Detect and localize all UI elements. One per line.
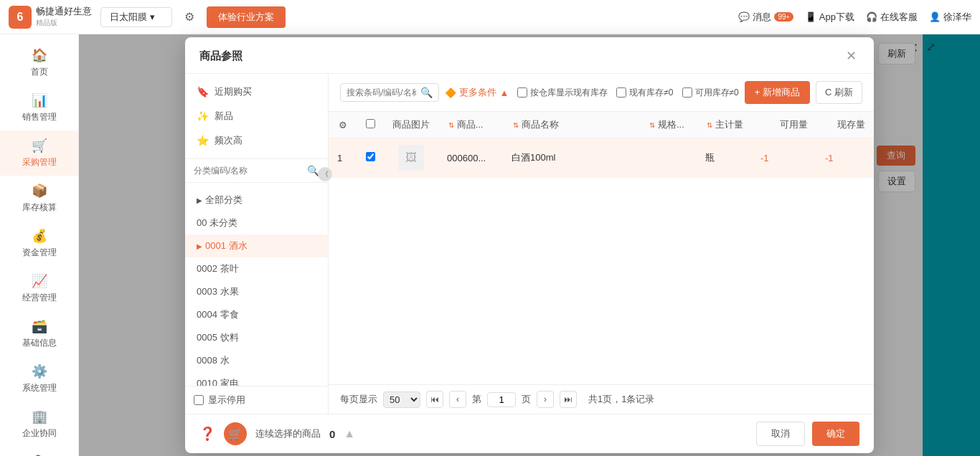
collapse-footer-icon[interactable]: ▲ [344, 427, 355, 440]
row-checkbox[interactable] [366, 152, 375, 161]
show-disabled-checkbox[interactable] [194, 395, 204, 405]
recent-purchase-item[interactable]: 🔖 近期购买 [185, 80, 328, 104]
category-0010[interactable]: 0010 家电 [185, 372, 328, 386]
settings-icon[interactable]: ⚙ [178, 6, 201, 29]
category-00[interactable]: 00 未分类 [185, 212, 328, 234]
sidebar-item-guide[interactable]: 📚 新手引导 [0, 447, 78, 456]
category-all[interactable]: ▶ 全部分类 [185, 189, 328, 212]
first-page-button[interactable]: ⏮ [426, 391, 443, 408]
cta-button[interactable]: 体验行业方案 [207, 6, 286, 28]
more-filter-button[interactable]: 🔶 更多条件 ▲ [445, 86, 509, 99]
col-settings[interactable]: ⚙ [329, 112, 357, 138]
category-0005-label: 0005 饮料 [197, 331, 239, 344]
product-table: ⚙ 商品图片 ⇅ 商品... [329, 112, 874, 178]
category-0002-label: 0002 茶叶 [197, 262, 239, 275]
warehouse-filter[interactable]: 按仓库显示现有库存 [517, 87, 608, 99]
sidebar-label-business: 经营管理 [22, 292, 57, 304]
refresh-button[interactable]: C 刷新 [816, 81, 862, 104]
new-product-label: 新品 [215, 110, 233, 123]
category-0004[interactable]: 0004 零食 [185, 303, 328, 326]
product-search-input[interactable] [347, 87, 416, 98]
corp-icon: 🏢 [32, 409, 47, 424]
sidebar-item-home[interactable]: 🏠 首页 [0, 40, 78, 85]
sidebar-item-business[interactable]: 📈 经营管理 [0, 266, 78, 311]
stock-checkbox[interactable] [616, 87, 626, 98]
select-all-checkbox[interactable] [366, 119, 375, 128]
sidebar-label-inventory: 库存核算 [22, 201, 57, 214]
modal-body: 🔖 近期购买 ✨ 新品 ⭐ 频次高 [185, 74, 874, 414]
sidebar-item-base[interactable]: 🗃️ 基础信息 [0, 311, 78, 356]
table-row[interactable]: 1 🖼 000600... 白酒100ml [329, 138, 874, 178]
product-search-icon[interactable]: 🔍 [420, 87, 433, 98]
confirm-button[interactable]: 确定 [812, 422, 859, 446]
filter-checkboxes: 按仓库显示现有库存 现有库存≠0 可用库存≠0 [517, 87, 739, 99]
category-0003[interactable]: 0003 水果 [185, 280, 328, 303]
nav-selector[interactable]: 日太阳膜 ▾ [100, 7, 172, 27]
sidebar-item-system[interactable]: ⚙️ 系统管理 [0, 356, 78, 402]
col-name-header[interactable]: ⇅ 商品名称 [503, 112, 639, 138]
add-product-button[interactable]: + 新增商品 [745, 81, 810, 104]
pagination-bar: 每页显示 50 100 200 ⏮ ‹ 第 页 › [329, 384, 874, 414]
category-0008[interactable]: 0008 水 [185, 349, 328, 372]
cart-icon[interactable]: 🛒 [224, 422, 247, 445]
username-label: 徐泽华 [943, 11, 971, 24]
stock-filter[interactable]: 现有库存≠0 [616, 87, 673, 99]
modal-header: 商品参照 ✕ [185, 37, 874, 74]
col-unit-header[interactable]: ⇅ 主计量 [697, 112, 752, 138]
next-page-button[interactable]: › [537, 391, 554, 408]
modal-close-button[interactable]: ✕ [842, 47, 859, 65]
message-icon: 💬 [738, 11, 750, 22]
product-table-container: ⚙ 商品图片 ⇅ 商品... [329, 112, 874, 384]
category-search: 🔍 [185, 159, 328, 183]
sort-icon: ⇅ [448, 121, 454, 129]
arrow-right-icon: ▶ [197, 196, 202, 204]
category-0001[interactable]: ▶ 0001 酒水 [185, 234, 328, 257]
page-number-input[interactable] [487, 392, 516, 407]
sidebar-label-corp: 企业协同 [22, 427, 57, 440]
category-0002[interactable]: 0002 茶叶 [185, 257, 328, 280]
arrow-active-icon: ▶ [197, 242, 202, 250]
sidebar-item-corp[interactable]: 🏢 企业协同 [0, 402, 78, 447]
warehouse-checkbox[interactable] [517, 87, 527, 98]
col-code-header[interactable]: ⇅ 商品... [438, 112, 503, 138]
row-stock: -1 [816, 138, 874, 178]
available-filter[interactable]: 可用库存≠0 [682, 87, 739, 99]
business-icon: 📈 [32, 273, 47, 289]
bookmark-icon: 🔖 [197, 86, 209, 98]
system-icon: ⚙️ [32, 364, 47, 379]
prev-page-button[interactable]: ‹ [449, 391, 466, 408]
messages-button[interactable]: 💬 消息 99+ [738, 11, 793, 24]
sidebar-item-finance[interactable]: 💰 资金管理 [0, 221, 78, 266]
category-0005[interactable]: 0005 饮料 [185, 326, 328, 349]
user-menu[interactable]: 👤 徐泽华 [929, 11, 971, 24]
help-icon[interactable]: ❓ [199, 426, 215, 442]
frequent-item[interactable]: ⭐ 频次高 [185, 128, 328, 153]
cancel-button[interactable]: 取消 [756, 422, 805, 446]
category-search-input[interactable] [194, 166, 303, 176]
sidebar-item-purchase[interactable]: 🛒 采购管理 [0, 130, 78, 176]
home-icon: 🏠 [32, 47, 47, 63]
filter-arrow-icon: ▲ [499, 87, 509, 98]
online-service-button[interactable]: 🎧 在线客服 [866, 11, 918, 24]
message-label: 消息 [753, 11, 771, 24]
page-size-label: 每页显示 [340, 393, 377, 406]
page-size-select[interactable]: 50 100 200 [383, 391, 420, 408]
row-checkbox-cell[interactable] [357, 138, 384, 178]
sidebar-label-home: 首页 [31, 66, 48, 78]
left-footer: 显示停用 [185, 386, 328, 414]
sidebar-item-inventory[interactable]: 📦 库存核算 [0, 176, 78, 221]
new-product-item[interactable]: ✨ 新品 [185, 104, 328, 128]
collapse-panel-button[interactable]: 《 [318, 167, 332, 181]
sidebar-label-sales: 销售管理 [22, 111, 57, 123]
sidebar-item-sales[interactable]: 📊 销售管理 [0, 85, 78, 130]
last-page-button[interactable]: ⏭ [560, 391, 577, 408]
base-icon: 🗃️ [32, 318, 47, 334]
col-spec-header[interactable]: ⇅ 规格... [639, 112, 697, 138]
col-available-header: 可用量 [752, 112, 816, 138]
available-checkbox[interactable] [682, 87, 692, 98]
table-header-row: ⚙ 商品图片 ⇅ 商品... [329, 112, 874, 138]
product-reference-modal: 商品参照 ✕ 🔖 近期购买 ✨ [185, 37, 874, 453]
show-disabled-label: 显示停用 [208, 394, 245, 407]
page-info: 共1页，1条记录 [588, 393, 654, 406]
app-download-button[interactable]: 📱 App下载 [805, 11, 854, 24]
